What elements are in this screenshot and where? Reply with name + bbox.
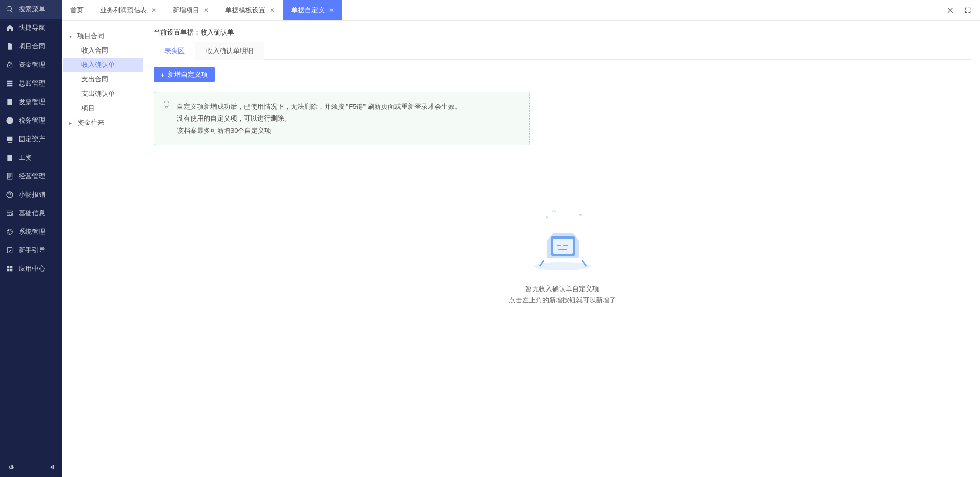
sub-tab-1[interactable]: 收入确认单明细	[195, 42, 264, 60]
hint-box: 自定义项新增成功后，已使用情况下，无法删除，并须按 "F5键" 刷新页面或重新登…	[154, 92, 530, 145]
collapse-sidebar-icon[interactable]	[47, 463, 56, 473]
content: ▾项目合同收入合同收入确认单支出合同支出确认单项目▸资金往来 当前设置单据：收入…	[62, 21, 980, 477]
tree-group-header[interactable]: ▾项目合同	[63, 29, 143, 43]
hint-content: 自定义项新增成功后，已使用情况下，无法删除，并须按 "F5键" 刷新页面或重新登…	[164, 100, 519, 137]
tab-4[interactable]: 单据自定义✕	[283, 0, 342, 20]
tab-close-icon[interactable]: ✕	[204, 7, 209, 14]
tabs-list: 首页业务利润预估表✕新增项目✕单据模板设置✕单据自定义✕	[62, 0, 938, 20]
sidebar-item-expense[interactable]: 小畅报销	[0, 185, 62, 204]
sidebar-item-apps[interactable]: 应用中心	[0, 260, 62, 278]
tree-child-label: 支出确认单	[81, 89, 115, 98]
tabs-actions	[938, 0, 980, 20]
tab-label: 业务利润预估表	[100, 6, 147, 15]
settings-icon[interactable]	[6, 463, 14, 473]
tree-child-label: 收入合同	[81, 46, 108, 55]
chevron-down-icon: ▾	[69, 33, 75, 39]
svg-point-11	[546, 216, 548, 218]
empty-line-2: 点击左上角的新增按钮就可以新增了	[154, 295, 971, 306]
sidebar-item-nav[interactable]: 快捷导航	[0, 19, 62, 37]
tree-child-label: 项目	[81, 104, 95, 113]
tab-2[interactable]: 新增项目✕	[164, 0, 217, 20]
sub-tabs: 表头区收入确认单明细	[154, 41, 971, 60]
sidebar-item-guide[interactable]: 新手引导	[0, 241, 62, 260]
svg-rect-5	[553, 238, 573, 254]
svg-rect-7	[563, 245, 568, 246]
empty-line-1: 暂无收入确认单自定义项	[154, 283, 971, 295]
tree-group-header[interactable]: ▸资金往来	[63, 115, 143, 130]
tree-group-label: 项目合同	[77, 31, 104, 41]
tab-close-icon[interactable]: ✕	[151, 7, 156, 14]
add-custom-field-button[interactable]: + 新增自定义项	[154, 67, 215, 82]
sidebar-item-invoice[interactable]: 发票管理	[0, 93, 62, 111]
search-menu[interactable]: 搜索菜单	[0, 0, 62, 19]
tree-group-1: ▸资金往来	[63, 115, 143, 130]
tab-close-icon[interactable]: ✕	[329, 7, 334, 14]
asset-icon	[5, 134, 14, 144]
sidebar: 搜索菜单 快捷导航项目合同资金管理总账管理发票管理税务管理固定资产工资经营管理小…	[0, 0, 62, 477]
sidebar-item-label: 发票管理	[19, 97, 45, 107]
sidebar-item-label: 固定资产	[19, 134, 45, 144]
sidebar-top: 搜索菜单 快捷导航项目合同资金管理总账管理发票管理税务管理固定资产工资经营管理小…	[0, 0, 62, 458]
sidebar-item-label: 基础信息	[19, 209, 45, 218]
sidebar-item-salary[interactable]: 工资	[0, 148, 62, 167]
tab-label: 首页	[70, 6, 84, 15]
fund-icon	[5, 60, 14, 70]
tabs-bar: 首页业务利润预估表✕新增项目✕单据模板设置✕单据自定义✕	[62, 0, 980, 21]
sidebar-item-biz[interactable]: 经营管理	[0, 167, 62, 185]
close-all-tabs-icon[interactable]	[944, 4, 956, 16]
sidebar-item-asset[interactable]: 固定资产	[0, 130, 62, 148]
apps-icon	[5, 264, 14, 274]
tree-children: 收入合同收入确认单支出合同支出确认单项目	[63, 43, 143, 115]
hint-line-2: 没有使用的自定义项，可以进行删除。	[177, 112, 519, 124]
sidebar-item-label: 快捷导航	[19, 23, 45, 32]
svg-point-12	[579, 214, 582, 216]
tab-close-icon[interactable]: ✕	[270, 7, 275, 14]
current-doc-value: 收入确认单	[201, 28, 234, 36]
biz-icon	[5, 172, 14, 181]
guide-icon	[5, 246, 14, 255]
bulb-icon	[162, 100, 171, 112]
sidebar-item-label: 新手引导	[19, 246, 45, 255]
fullscreen-icon[interactable]	[961, 4, 974, 16]
tab-label: 单据自定义	[291, 6, 325, 15]
tree-panel: ▾项目合同收入合同收入确认单支出合同支出确认单项目▸资金往来	[62, 21, 144, 477]
salary-icon	[5, 153, 14, 162]
plus-icon: +	[161, 71, 165, 79]
sidebar-item-fund[interactable]: 资金管理	[0, 56, 62, 74]
tab-1[interactable]: 业务利润预估表✕	[92, 0, 164, 20]
sidebar-item-base[interactable]: 基础信息	[0, 204, 62, 223]
ledger-icon	[5, 79, 14, 88]
sidebar-item-label: 经营管理	[19, 172, 45, 181]
tab-label: 单据模板设置	[225, 6, 265, 15]
search-icon	[5, 5, 14, 14]
tree-child-0-3[interactable]: 支出确认单	[63, 87, 143, 101]
system-icon	[5, 227, 14, 236]
sidebar-item-label: 系统管理	[19, 227, 45, 236]
main: 首页业务利润预估表✕新增项目✕单据模板设置✕单据自定义✕ ▾项目合同收入合同收入…	[62, 0, 980, 477]
tree-child-0-2[interactable]: 支出合同	[63, 72, 143, 87]
sidebar-item-label: 工资	[19, 153, 32, 162]
sidebar-item-tax[interactable]: 税务管理	[0, 111, 62, 130]
tab-0[interactable]: 首页	[62, 0, 92, 20]
current-doc-label: 当前设置单据：	[154, 28, 201, 36]
sidebar-item-contract[interactable]: 项目合同	[0, 37, 62, 56]
detail-panel: 当前设置单据：收入确认单 表头区收入确认单明细 + 新增自定义项 自定义项新增成…	[144, 21, 980, 477]
sidebar-bottom	[0, 458, 62, 477]
sub-tab-0[interactable]: 表头区	[154, 42, 195, 60]
expense-icon	[5, 190, 14, 199]
sidebar-item-label: 税务管理	[19, 116, 45, 125]
sidebar-item-label: 小畅报销	[19, 190, 45, 199]
tax-icon	[5, 116, 14, 125]
tab-3[interactable]: 单据模板设置✕	[217, 0, 283, 20]
svg-rect-6	[557, 245, 561, 246]
app-root: 搜索菜单 快捷导航项目合同资金管理总账管理发票管理税务管理固定资产工资经营管理小…	[0, 0, 980, 477]
sidebar-item-ledger[interactable]: 总账管理	[0, 74, 62, 93]
tree-child-label: 收入确认单	[81, 60, 115, 70]
contract-icon	[5, 42, 14, 51]
add-button-label: 新增自定义项	[168, 70, 208, 79]
sidebar-item-system[interactable]: 系统管理	[0, 223, 62, 241]
sidebar-item-label: 应用中心	[19, 264, 45, 274]
tree-child-0-1[interactable]: 收入确认单	[63, 58, 143, 72]
tree-child-0-0[interactable]: 收入合同	[63, 43, 143, 58]
tree-child-0-4[interactable]: 项目	[63, 101, 143, 115]
